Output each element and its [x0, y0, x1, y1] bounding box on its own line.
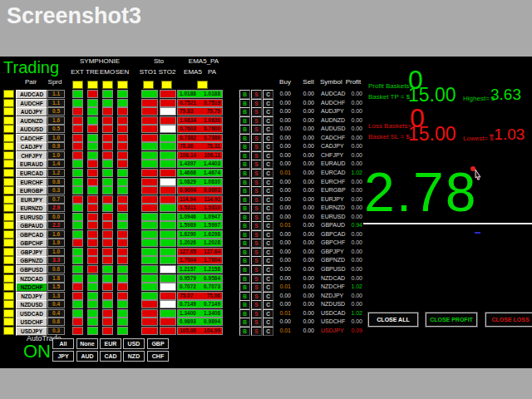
ema5-pa-values: 0.70720.7073	[177, 283, 223, 291]
pair-button[interactable]: NZDCHF	[16, 283, 47, 292]
column-toggle-sto1[interactable]	[143, 81, 154, 89]
filter-button-nzd[interactable]: NZD	[123, 351, 145, 362]
filter-button-chf[interactable]: CHF	[147, 351, 169, 362]
sell-button[interactable]: S	[251, 239, 262, 248]
pair-enable-toggle[interactable]	[3, 221, 14, 229]
pair-enable-toggle[interactable]	[3, 283, 14, 291]
sell-button[interactable]: S	[251, 169, 262, 178]
buy-button[interactable]: B	[239, 327, 250, 336]
pair-button[interactable]: AUDUSD	[16, 125, 47, 134]
pair-enable-toggle[interactable]	[3, 318, 14, 326]
pair-button[interactable]: EURGBP	[16, 186, 47, 195]
pair-enable-toggle[interactable]	[3, 265, 14, 273]
indicator-tre	[87, 90, 98, 98]
filter-button-aud[interactable]: AUD	[76, 351, 98, 362]
column-toggle-emo[interactable]	[102, 81, 113, 89]
close-profit-button[interactable]: CLOSE PROFIT	[426, 313, 477, 327]
pair-button[interactable]: USDCHF	[16, 318, 47, 327]
column-toggle-tre[interactable]	[87, 81, 98, 89]
pair-enable-toggle[interactable]	[3, 99, 14, 107]
pair-button[interactable]: EURNZD	[16, 204, 47, 213]
filter-button-all[interactable]: All	[52, 338, 74, 349]
buy-button[interactable]: B	[239, 318, 250, 327]
buy-button[interactable]: B	[239, 265, 250, 274]
pair-enable-toggle[interactable]	[3, 256, 14, 264]
pair-enable-toggle[interactable]	[3, 125, 14, 133]
sell-button[interactable]: S	[251, 186, 262, 195]
trading-menu-label[interactable]: Trading	[3, 58, 59, 77]
sell-button[interactable]: S	[251, 318, 262, 327]
buy-button[interactable]: B	[239, 204, 250, 213]
sell-button[interactable]: S	[251, 90, 262, 99]
sell-button[interactable]: S	[251, 265, 262, 274]
pair-enable-toggle[interactable]	[3, 160, 14, 168]
filter-button-cad[interactable]: CAD	[100, 351, 121, 362]
column-toggle-ema5[interactable]	[197, 81, 208, 89]
pair-button[interactable]: CADJPY	[16, 142, 47, 151]
filter-button-jpy[interactable]: JPY	[52, 351, 74, 362]
buy-button[interactable]: B	[239, 186, 250, 195]
sell-button[interactable]: S	[251, 327, 262, 336]
pair-enable-toggle[interactable]	[3, 248, 14, 256]
pair-enable-toggle[interactable]	[3, 213, 14, 221]
autotrade-state[interactable]: ON	[23, 342, 51, 361]
buy-button[interactable]: B	[239, 239, 250, 248]
pair-enable-toggle[interactable]	[3, 309, 14, 318]
pair-button[interactable]: GBPCHF	[16, 239, 47, 248]
pair-enable-toggle[interactable]	[3, 107, 14, 116]
close-all-button[interactable]: CLOSE ALL	[368, 313, 418, 327]
buy-button[interactable]: B	[239, 107, 250, 116]
buy-button[interactable]: B	[239, 256, 250, 265]
pair-button[interactable]: AUDCAD	[16, 90, 47, 99]
pair-enable-toggle[interactable]	[3, 134, 14, 142]
buy-button[interactable]: B	[239, 160, 250, 169]
pair-button[interactable]: AUDJPY	[16, 107, 47, 116]
sell-button[interactable]: S	[251, 256, 262, 265]
buy-button[interactable]: B	[239, 169, 250, 178]
pair-enable-toggle[interactable]	[3, 300, 14, 308]
pair-enable-toggle[interactable]	[3, 195, 14, 204]
filter-button-eur[interactable]: EUR	[100, 338, 121, 349]
pair-enable-toggle[interactable]	[3, 186, 14, 195]
sell-button[interactable]: S	[251, 300, 262, 309]
pair-enable-toggle[interactable]	[3, 90, 14, 98]
sell-button[interactable]: S	[251, 125, 262, 134]
pair-enable-toggle[interactable]	[3, 230, 14, 239]
buy-button[interactable]: B	[239, 283, 250, 292]
pair-enable-toggle[interactable]	[3, 151, 14, 160]
column-toggle-ext[interactable]	[72, 81, 83, 89]
filter-button-gbp[interactable]: GBP	[147, 338, 169, 349]
column-toggle-sen[interactable]	[117, 81, 128, 89]
pair-button[interactable]: GBPUSD	[16, 265, 47, 274]
pair-enable-toggle[interactable]	[3, 116, 14, 125]
buy-button[interactable]: B	[239, 142, 250, 151]
buy-button[interactable]: B	[239, 221, 250, 230]
pair-enable-toggle[interactable]	[3, 169, 14, 177]
pair-button[interactable]: EURAUD	[16, 160, 47, 169]
filter-button-usd[interactable]: USD	[123, 338, 145, 349]
sell-button[interactable]: S	[251, 283, 262, 292]
pair-enable-toggle[interactable]	[3, 178, 14, 186]
pair-button[interactable]: GBPNZD	[16, 256, 47, 265]
close-loss-button[interactable]: CLOSE LOSS	[485, 313, 532, 327]
buy-button[interactable]: B	[239, 300, 250, 309]
sell-button[interactable]: S	[251, 221, 262, 230]
sell-button[interactable]: S	[251, 160, 262, 169]
sell-button[interactable]: S	[251, 107, 262, 116]
sell-button[interactable]: S	[251, 204, 262, 213]
pair-button[interactable]: NZDUSD	[16, 300, 47, 309]
pair-enable-toggle[interactable]	[3, 327, 14, 335]
pair-button[interactable]: EURCAD	[16, 169, 47, 178]
buy-button[interactable]: B	[239, 90, 250, 99]
sell-button[interactable]: S	[251, 142, 262, 151]
filter-button-none[interactable]: None	[76, 338, 98, 349]
pair-button[interactable]: GBPAUD	[16, 221, 47, 230]
pair-enable-toggle[interactable]	[3, 239, 14, 247]
pair-enable-toggle[interactable]	[3, 204, 14, 212]
pair-enable-toggle[interactable]	[3, 274, 14, 283]
pair-enable-toggle[interactable]	[3, 142, 14, 150]
ema5-value: 1.6290	[180, 231, 196, 238]
pair-enable-toggle[interactable]	[3, 292, 14, 300]
buy-button[interactable]: B	[239, 125, 250, 134]
column-toggle-sto2[interactable]	[161, 81, 172, 89]
